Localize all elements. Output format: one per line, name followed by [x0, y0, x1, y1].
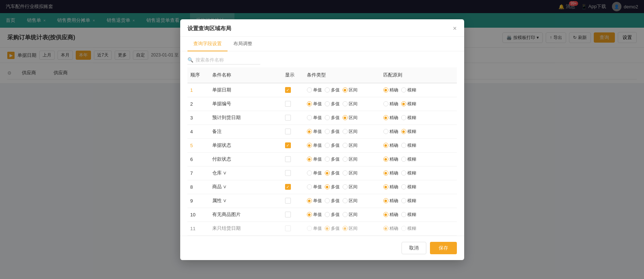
header-display: 显示: [282, 70, 304, 80]
tab-layout-adjust-label: 布局调整: [233, 41, 252, 46]
modal-header: 设置查询区域布局 ×: [180, 19, 464, 37]
modal-title: 设置查询区域布局: [187, 25, 231, 32]
header-name: 条件名称: [209, 70, 282, 80]
modal-table: 顺序 条件名称 显示 条件类型 匹配原则 1 单据日期 单值 多值 区间: [180, 67, 464, 83]
modal-search-area: 🔍: [180, 51, 464, 67]
header-match: 匹配原则: [380, 70, 457, 80]
search-input[interactable]: [195, 57, 254, 63]
settings-modal: 设置查询区域布局 × 查询字段设置 布局调整 🔍 顺序 条件名称 显示: [180, 19, 464, 83]
header-type: 条件类型: [304, 70, 380, 80]
modal-overlay: 设置查询区域布局 × 查询字段设置 布局调整 🔍 顺序 条件名称 显示: [0, 0, 644, 83]
tab-layout-adjust[interactable]: 布局调整: [228, 37, 258, 51]
modal-close-button[interactable]: ×: [453, 25, 457, 32]
search-wrap: 🔍: [187, 56, 260, 64]
header-order: 顺序: [187, 70, 209, 80]
tab-query-fields-label: 查询字段设置: [193, 41, 222, 46]
modal-tabs: 查询字段设置 布局调整: [180, 37, 464, 51]
tab-query-fields[interactable]: 查询字段设置: [187, 37, 228, 51]
search-icon: 🔍: [187, 57, 193, 63]
table-header: 顺序 条件名称 显示 条件类型 匹配原则: [187, 67, 457, 83]
